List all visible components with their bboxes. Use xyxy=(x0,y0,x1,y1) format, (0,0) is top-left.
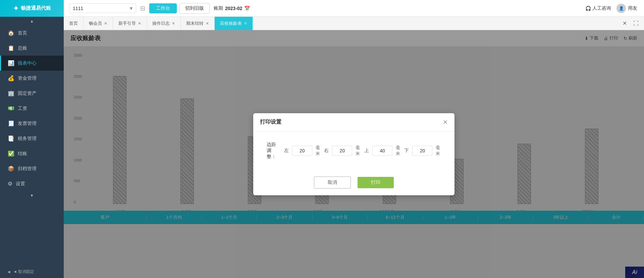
archive-icon: 📦 xyxy=(8,165,14,172)
logo: ✦ 畅捷通易代账 xyxy=(0,0,64,17)
sidebar-item-assets[interactable]: 🏢 固定资产 xyxy=(0,86,64,101)
sidebar-item-label: 设置 xyxy=(16,181,25,187)
modal-overlay: 打印设置 ✕ 边距调整： 左 毫米 右 毫米 上 xyxy=(64,30,644,278)
funds-icon: 💰 xyxy=(8,75,14,81)
invoice-icon: 🧾 xyxy=(8,120,14,127)
page-content: 应收账龄表 ⬇ 下载 🖨 打印 ↻ 刷新 xyxy=(64,30,644,278)
tab-aging[interactable]: 应收账龄表 ✕ xyxy=(215,17,253,30)
tab-guide-close[interactable]: ✕ xyxy=(138,21,141,26)
tab-guide-label: 新手引导 xyxy=(118,20,136,26)
sidebar-item-label: 总账 xyxy=(18,45,27,51)
sidebar-item-reports[interactable]: 📊 报表中心 xyxy=(0,56,64,71)
tab-actions: ✕ ⛶ xyxy=(620,19,644,28)
sidebar-item-label: 结账 xyxy=(18,151,27,157)
tab-aging-close[interactable]: ✕ xyxy=(244,21,247,26)
payroll-icon: 💵 xyxy=(8,105,14,112)
sidebar-item-ledger[interactable]: 📋 总账 xyxy=(0,41,64,56)
tax-icon: 📑 xyxy=(8,135,14,142)
support-button[interactable]: 🎧 人工咨询 xyxy=(585,5,611,11)
period-value: 2023-02 xyxy=(225,6,242,11)
logo-icon: ✦ xyxy=(13,4,19,12)
sidebar-scroll-up[interactable]: ▲ xyxy=(0,17,64,25)
tab-yearend[interactable]: 期末结转 ✕ xyxy=(181,17,215,30)
home-icon: 🏠 xyxy=(8,30,14,36)
bottom-unit-label: 毫米 xyxy=(436,145,441,157)
sidebar-scroll-down[interactable]: ▼ xyxy=(0,191,64,200)
cancel-button[interactable]: 取消 xyxy=(314,177,351,189)
bottom-direction-label: 下 xyxy=(404,148,409,154)
sidebar-item-label: 固定资产 xyxy=(18,90,37,96)
close-tab-button[interactable]: ✕ xyxy=(620,19,629,28)
top-margin-input[interactable] xyxy=(372,146,392,156)
left-direction-label: 左 xyxy=(284,148,289,154)
left-unit-label: 毫米 xyxy=(316,145,321,157)
sidebar-item-funds[interactable]: 💰 资金管理 xyxy=(0,71,64,86)
period-area: 账期 2023-02 📅 xyxy=(214,5,250,11)
tab-bar: 首页 畅会员 ✕ 新手引导 ✕ 操作日志 ✕ 期末结转 ✕ 应收账龄表 ✕ xyxy=(64,17,644,30)
collapse-sidebar-button[interactable]: ◄ ◄ 取消固定 xyxy=(0,266,64,278)
tab-oplog-close[interactable]: ✕ xyxy=(172,21,175,26)
sidebar-item-label: 发票管理 xyxy=(18,121,37,127)
workbench-button[interactable]: 工作台 xyxy=(149,3,177,13)
settings-icon: ⚙ xyxy=(8,181,12,187)
sidebar-item-archive[interactable]: 📦 归档管理 xyxy=(0,161,64,176)
avatar-icon: 👤 xyxy=(619,6,624,11)
content-area: 首页 畅会员 ✕ 新手引导 ✕ 操作日志 ✕ 期末结转 ✕ 应收账龄表 ✕ xyxy=(64,17,644,278)
copy-icon[interactable]: ⊟ xyxy=(140,5,145,12)
modal-header: 打印设置 ✕ xyxy=(253,113,454,132)
bottom-margin-input[interactable] xyxy=(412,146,432,156)
top-right-area: 🎧 人工咨询 👤 用友 xyxy=(585,4,637,13)
right-margin-input[interactable] xyxy=(332,146,352,156)
sidebar-item-invoice[interactable]: 🧾 发票管理 xyxy=(0,116,64,131)
sidebar-item-payroll[interactable]: 💵 工资 xyxy=(0,101,64,116)
avatar: 👤 xyxy=(616,4,626,13)
tab-oplog-label: 操作日志 xyxy=(152,20,170,26)
print-settings-modal: 打印设置 ✕ 边距调整： 左 毫米 右 毫米 上 xyxy=(253,113,454,195)
sidebar: ▲ 🏠 首页 📋 总账 📊 报表中心 💰 资金管理 🏢 固定资产 💵 工资 🧾 … xyxy=(0,17,64,278)
calendar-icon[interactable]: 📅 xyxy=(244,6,250,11)
reports-icon: 📊 xyxy=(8,60,14,66)
tab-member[interactable]: 畅会员 ✕ xyxy=(84,17,113,30)
tab-guide[interactable]: 新手引导 ✕ xyxy=(113,17,147,30)
user-button[interactable]: 👤 用友 xyxy=(616,4,637,13)
company-selector[interactable]: 1111 ▾ xyxy=(69,3,136,13)
top-unit-label: 毫米 xyxy=(396,145,401,157)
collapse-icon: ◄ xyxy=(7,269,11,274)
sidebar-item-label: 税务管理 xyxy=(18,136,37,142)
company-name: 1111 xyxy=(73,6,127,11)
collapse-label: ◄ 取消固定 xyxy=(13,269,34,275)
sidebar-item-settings[interactable]: ⚙ 设置 xyxy=(0,176,64,191)
logo-text: 畅捷通易代账 xyxy=(21,5,51,11)
main-layout: ▲ 🏠 首页 📋 总账 📊 报表中心 💰 资金管理 🏢 固定资产 💵 工资 🧾 … xyxy=(0,17,644,278)
modal-title: 打印设置 xyxy=(260,119,281,126)
top-direction-label: 上 xyxy=(364,148,369,154)
modal-close-button[interactable]: ✕ xyxy=(443,119,448,126)
tab-member-close[interactable]: ✕ xyxy=(104,21,107,26)
tab-home-label: 首页 xyxy=(69,20,78,26)
sidebar-item-tax[interactable]: 📑 税务管理 xyxy=(0,131,64,146)
ledger-icon: 📋 xyxy=(8,45,14,51)
sidebar-item-label: 报表中心 xyxy=(18,60,37,66)
expand-tab-button[interactable]: ⛶ xyxy=(631,19,641,28)
sidebar-item-label: 工资 xyxy=(18,106,27,112)
margin-row: 边距调整： 左 毫米 右 毫米 上 毫米 下 毫米 xyxy=(267,142,441,160)
modal-body: 边距调整： 左 毫米 右 毫米 上 毫米 下 毫米 xyxy=(253,132,454,170)
tab-aging-label: 应收账龄表 xyxy=(220,20,242,26)
left-margin-input[interactable] xyxy=(292,146,312,156)
tab-home[interactable]: 首页 xyxy=(64,17,84,30)
checkout-icon: ✅ xyxy=(8,150,14,157)
switch-version-button[interactable]: 切到旧版 xyxy=(179,3,210,14)
chevron-down-icon: ▾ xyxy=(130,5,132,11)
right-direction-label: 右 xyxy=(324,148,329,154)
tab-yearend-close[interactable]: ✕ xyxy=(206,21,209,26)
modal-footer: 取消 打印 xyxy=(253,170,454,195)
tab-oplog[interactable]: 操作日志 ✕ xyxy=(147,17,181,30)
tab-member-label: 畅会员 xyxy=(89,20,102,26)
support-label: 人工咨询 xyxy=(592,5,611,11)
sidebar-item-checkout[interactable]: ✅ 结账 xyxy=(0,146,64,161)
top-bar: ✦ 畅捷通易代账 1111 ▾ ⊟ 工作台 切到旧版 账期 2023-02 📅 … xyxy=(0,0,644,17)
margin-label: 边距调整： xyxy=(267,142,281,160)
tab-yearend-label: 期末结转 xyxy=(186,20,204,26)
confirm-print-button[interactable]: 打印 xyxy=(358,177,394,188)
sidebar-item-home[interactable]: 🏠 首页 xyxy=(0,25,64,41)
